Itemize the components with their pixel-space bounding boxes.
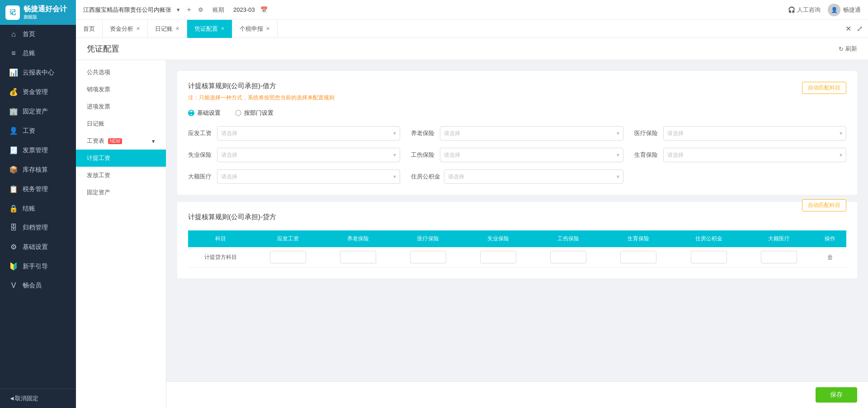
tab-diary-close[interactable]: ✕ [175,26,179,32]
sidebar-item-ledger[interactable]: ≡ 总账 [0,44,76,63]
auto-match-debit-button[interactable]: 自动匹配科目 [802,82,846,94]
menu-group-payroll[interactable]: 工资表 NEW ▾ [76,132,166,150]
sidebar-item-close[interactable]: 🔒 结账 [0,199,76,218]
tab-diary-label: 日记账 [155,25,173,33]
tab-voucher-close[interactable]: ✕ [221,26,225,32]
menu-item-sales[interactable]: 销项发票 [76,81,166,98]
tab-tax-label: 个税申报 [240,25,263,33]
td-yiliao-input[interactable] [393,247,463,267]
close-tab-icon[interactable]: ✕ [845,24,851,33]
debit-section: 自动匹配科目 计提核算规则(公司承担)-借方 注：只能选择一种方式，系统将按照您… [177,71,857,195]
home-icon: ⌂ [9,30,18,38]
support-button[interactable]: 🎧 人工咨询 [788,6,821,14]
field-yanglao: 养老保险 请选择 ▾ [411,126,623,141]
td-yingfa-input[interactable] [253,247,323,267]
expand-tab-icon[interactable]: ⤢ [857,24,863,33]
sidebar-label-close: 结账 [23,205,35,213]
menu-item-public[interactable]: 公共选项 [76,64,166,81]
content-layout: 公共选项 销项发票 进项发票 日记账 工资表 NEW ▾ [76,60,868,408]
input-shiye[interactable] [480,251,516,263]
add-book-button[interactable]: ＋ [185,5,193,14]
radio-dept-label: 按部门设置 [244,109,274,117]
user-menu[interactable]: 👤 畅捷通 [828,4,861,16]
sidebar-item-guide[interactable]: 🔰 新手引导 [0,257,76,276]
tab-voucher[interactable]: 凭证配置 ✕ [187,20,232,38]
select-gjj[interactable]: 请选择 ▾ [444,169,623,184]
tab-diary[interactable]: 日记账 ✕ [148,20,187,38]
chevron-down-icon: ▾ [152,138,155,145]
assets-icon: 🏢 [9,107,18,116]
td-gjj-input[interactable] [674,247,744,267]
menu-item-diary[interactable]: 日记账 [76,115,166,132]
input-yingfa[interactable] [270,251,306,263]
reports-icon: 📊 [9,68,18,77]
sidebar-item-vip[interactable]: V 畅会员 [0,276,76,295]
sidebar-item-archive[interactable]: 🗄 归档管理 [0,218,76,237]
td-shiye-input[interactable] [463,247,533,267]
td-gongshang-input[interactable] [533,247,604,267]
select-shiye[interactable]: 请选择 ▾ [217,148,400,162]
avatar: 👤 [828,4,840,16]
menu-item-pay-payroll[interactable]: 发放工资 [76,167,166,184]
select-yiliao[interactable]: 请选择 ▾ [663,126,846,141]
sidebar-item-payroll[interactable]: 👤 工资 [0,121,76,141]
label-shengyu: 生育保险 [634,151,660,159]
select-shengyu[interactable]: 请选择 ▾ [663,148,846,162]
tab-tax-close[interactable]: ✕ [266,26,270,32]
sidebar-item-assets[interactable]: 🏢 固定资产 [0,102,76,121]
td-shengyu-input[interactable] [604,247,674,267]
input-gongshang[interactable] [550,251,586,263]
tab-tax[interactable]: 个税申报 ✕ [232,20,278,38]
unpin-sidebar-button[interactable]: ◄取消固定 [0,389,76,408]
input-gjj[interactable] [691,251,727,263]
sidebar-item-tax[interactable]: 📋 税务管理 [0,179,76,199]
td-yanglao-input[interactable] [323,247,393,267]
menu-item-calc-payroll[interactable]: 计提工资 [76,150,166,167]
company-dropdown-icon[interactable]: ▾ [177,6,180,13]
field-shengyu: 生育保险 请选择 ▾ [634,148,846,162]
sidebar-label-payroll: 工资 [23,127,35,135]
select-yanglao[interactable]: 请选择 ▾ [440,126,623,141]
select-yingfa[interactable]: 请选择 ▾ [217,126,400,141]
calendar-icon[interactable]: 📅 [260,6,268,13]
input-dae[interactable] [761,251,797,263]
th-yingfa: 应发工资 [253,230,323,247]
td-delete[interactable]: 🗑 [814,247,846,267]
radio-dept[interactable]: 按部门设置 [235,109,274,117]
settings-gear-icon[interactable]: ⚙ [198,6,203,13]
sidebar-label-ledger: 总账 [23,49,35,57]
td-subject-label: 计提贷方科目 [188,247,253,267]
delete-row-icon[interactable]: 🗑 [827,253,833,261]
input-yiliao[interactable] [410,251,446,263]
td-dae-input[interactable] [744,247,814,267]
save-button[interactable]: 保存 [816,387,857,403]
logo-text-group: 畅捷通好会计 旗舰版 [24,5,67,20]
sidebar-item-inventory[interactable]: 📦 库存核算 [0,160,76,179]
table-header-row: 科目 应发工资 养老保险 医疗保险 失业保险 工伤保险 生育保险 住房公积金 大… [188,230,846,247]
radio-basic[interactable]: 基础设置 [188,109,221,117]
select-gongshang[interactable]: 请选择 ▾ [440,148,623,162]
funds-icon: 💰 [9,88,18,96]
radio-basic-circle [188,110,194,116]
chevron-dae-icon: ▾ [393,174,396,180]
input-shengyu[interactable] [620,251,656,263]
sidebar-item-home[interactable]: ⌂ 首页 [0,25,76,44]
tab-funds-close[interactable]: ✕ [136,26,140,32]
refresh-button[interactable]: ↻ 刷新 [839,45,857,53]
menu-item-purchase[interactable]: 进项发票 [76,98,166,115]
menu-item-fixed-assets[interactable]: 固定资产 [76,184,166,201]
sidebar-item-reports[interactable]: 📊 云报表中心 [0,63,76,82]
radio-dept-circle [235,110,241,116]
sidebar-item-funds[interactable]: 💰 资金管理 [0,82,76,102]
tab-home[interactable]: 首页 [76,20,103,38]
tab-funds[interactable]: 资金分析 ✕ [103,20,148,38]
select-dae[interactable]: 请选择 ▾ [217,169,400,184]
chevron-yingfa-icon: ▾ [393,130,396,136]
sidebar-item-invoices[interactable]: 🧾 发票管理 [0,141,76,160]
auto-match-credit-button[interactable]: 自动匹配科目 [802,199,846,211]
tab-home-label: 首页 [83,25,95,33]
sidebar-item-settings[interactable]: ⚙ 基础设置 [0,237,76,257]
input-yanglao[interactable] [340,251,376,263]
field-dae: 大额医疗 请选择 ▾ [188,169,400,184]
radio-basic-dot [189,112,191,115]
